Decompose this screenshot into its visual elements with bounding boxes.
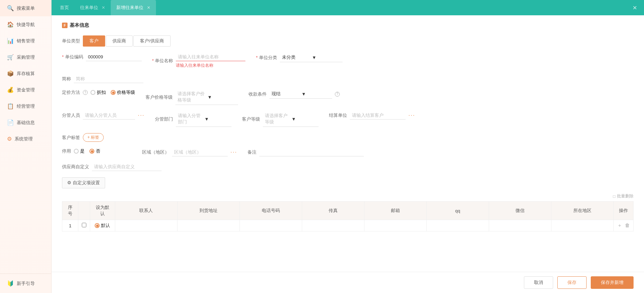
- form-content: F 基本信息 单位类型 客户 供应商 客户/供应商 单位编码 单位名称: [52, 15, 644, 272]
- row-region-input[interactable]: [555, 223, 610, 228]
- batch-delete-area: □ 批量删除: [62, 193, 634, 199]
- row-action-btns: ＋ 🗑: [617, 222, 630, 229]
- guide-icon: 🔰: [7, 280, 14, 287]
- row-email[interactable]: [364, 220, 426, 231]
- payment-help-icon[interactable]: ?: [335, 92, 340, 97]
- short-name-input[interactable]: [74, 75, 143, 83]
- radio-discount[interactable]: 折扣: [91, 89, 106, 96]
- close-all-tabs[interactable]: ✕: [628, 5, 641, 11]
- unit-name-input[interactable]: [176, 53, 245, 61]
- customer-level-label: 客户等级: [242, 116, 260, 122]
- gear-icon: ⚙: [7, 136, 12, 142]
- unit-category-label: 单位分类: [256, 55, 277, 61]
- row-address[interactable]: [177, 220, 239, 231]
- add-row-btn[interactable]: ＋: [617, 222, 622, 229]
- tab-partners[interactable]: 往来单位 ✕: [74, 0, 111, 15]
- form-row-unit-type: 单位类型 客户 供应商 客户/供应商: [62, 35, 634, 47]
- email-input[interactable]: [368, 223, 423, 228]
- fax-input[interactable]: [306, 223, 361, 228]
- settlement-input[interactable]: [350, 111, 406, 120]
- tags-field: 客户标签 + 标签: [62, 133, 132, 142]
- pricing-radio-group: 折扣 价格等级: [91, 89, 135, 96]
- row-default-radio[interactable]: 默认: [94, 222, 111, 229]
- short-name-label: 简称: [62, 76, 71, 82]
- col-action: 操作: [613, 202, 633, 220]
- save-button[interactable]: 保存: [557, 276, 587, 289]
- department-select[interactable]: 请输入分管部门 ▼: [176, 111, 231, 127]
- settlement-label: 结算单位: [329, 112, 347, 119]
- batch-delete-label[interactable]: 批量删除: [617, 193, 634, 199]
- region-more-btn[interactable]: ···: [230, 149, 237, 155]
- default-radio-circle: [95, 223, 100, 228]
- disabled-field: 停用 是 否: [62, 148, 132, 154]
- sidebar-item-operations[interactable]: 📋 经营管理: [0, 98, 51, 114]
- form-row-manager: 分管人员 ··· 分管部门 请输入分管部门 ▼ 客户等级 请选择客户等级 ▼ 结…: [62, 111, 634, 127]
- add-tag-button[interactable]: + 标签: [83, 133, 104, 142]
- radio-no-circle: [89, 149, 94, 154]
- unit-code-input[interactable]: [86, 53, 142, 61]
- unit-type-label: 单位类型: [62, 38, 80, 44]
- tab-partners-close[interactable]: ✕: [102, 5, 105, 10]
- qq-input[interactable]: [430, 223, 485, 228]
- customer-level-select[interactable]: 请选择客户等级 ▼: [263, 111, 319, 127]
- unit-name-label: 单位名称: [152, 58, 173, 64]
- unit-code-label: 单位编码: [62, 54, 83, 60]
- save-and-new-button[interactable]: 保存并新增: [591, 276, 634, 289]
- notes-label: 备注: [248, 149, 257, 155]
- sidebar-item-sales[interactable]: 📊 销售管理: [0, 33, 51, 49]
- payment-terms-field: 收款条件 现结 ▼ ?: [249, 89, 340, 99]
- payment-terms-select[interactable]: 现结 ▼: [269, 89, 332, 99]
- row-phone[interactable]: [239, 220, 302, 231]
- row-check[interactable]: [78, 220, 90, 231]
- pricing-help-icon[interactable]: ?: [83, 90, 88, 95]
- short-name-field: 简称: [62, 75, 143, 83]
- row-checkbox[interactable]: [82, 223, 86, 227]
- row-default[interactable]: 默认: [90, 220, 115, 231]
- settlement-more-btn[interactable]: ···: [408, 112, 415, 119]
- price-level-select[interactable]: 请选择客户价格等级 ▼: [175, 89, 238, 105]
- col-check: [78, 202, 90, 220]
- wechat-input[interactable]: [493, 223, 548, 228]
- sidebar-item-guide[interactable]: 🔰 新手引导: [0, 277, 51, 290]
- unit-btn-both[interactable]: 客户/供应商: [133, 35, 171, 47]
- row-action: ＋ 🗑: [613, 220, 633, 231]
- file-icon: 📄: [7, 119, 14, 126]
- tab-new-partner[interactable]: 新增往来单位 ✕: [111, 0, 156, 15]
- tab-new-partner-close[interactable]: ✕: [147, 5, 150, 10]
- manager-field: 分管人员 ···: [62, 111, 144, 120]
- row-contact[interactable]: [115, 220, 177, 231]
- radio-yes[interactable]: 是: [74, 148, 85, 154]
- row-region[interactable]: [551, 220, 613, 231]
- supplier-custom-input[interactable]: [92, 163, 162, 171]
- unit-category-select[interactable]: 未分类 ▼: [280, 53, 343, 62]
- unit-btn-customer[interactable]: 客户: [83, 35, 105, 47]
- delete-row-btn[interactable]: 🗑: [625, 222, 630, 229]
- phone-input[interactable]: [243, 223, 298, 228]
- sidebar-item-inventory[interactable]: 📦 库存核算: [0, 65, 51, 82]
- manager-more-btn[interactable]: ···: [138, 112, 144, 119]
- unit-btn-supplier[interactable]: 供应商: [106, 35, 133, 47]
- contact-input[interactable]: [119, 223, 174, 228]
- sidebar-item-system[interactable]: ⚙ 系统管理: [0, 131, 51, 147]
- custom-settings-button[interactable]: ⚙ 自定义项设置: [62, 177, 105, 188]
- tab-home[interactable]: 首页: [54, 0, 74, 15]
- manager-input[interactable]: [83, 111, 135, 120]
- unit-category-field: 单位分类 未分类 ▼: [256, 53, 343, 62]
- radio-no[interactable]: 否: [89, 148, 100, 154]
- radio-price-level[interactable]: 价格等级: [111, 89, 135, 96]
- row-qq[interactable]: [426, 220, 489, 231]
- region-input[interactable]: [172, 148, 228, 156]
- cancel-button[interactable]: 取消: [524, 276, 553, 289]
- sidebar-item-basic[interactable]: 📄 基础信息: [0, 114, 51, 131]
- sidebar-item-purchase[interactable]: 🛒 采购管理: [0, 49, 51, 65]
- notes-input[interactable]: [259, 148, 364, 156]
- address-input[interactable]: [181, 223, 236, 228]
- col-fax: 传真: [302, 202, 364, 220]
- chevron-down-icon2: ▼: [207, 95, 236, 100]
- sidebar-item-finance[interactable]: 💰 资金管理: [0, 82, 51, 98]
- row-wechat[interactable]: [489, 220, 551, 231]
- row-fax[interactable]: [302, 220, 364, 231]
- sidebar-item-search[interactable]: 🔍 搜索菜单: [0, 0, 51, 16]
- sidebar-item-quick-nav[interactable]: 🏠 快捷导航: [0, 16, 51, 33]
- box-icon: 📦: [7, 70, 14, 77]
